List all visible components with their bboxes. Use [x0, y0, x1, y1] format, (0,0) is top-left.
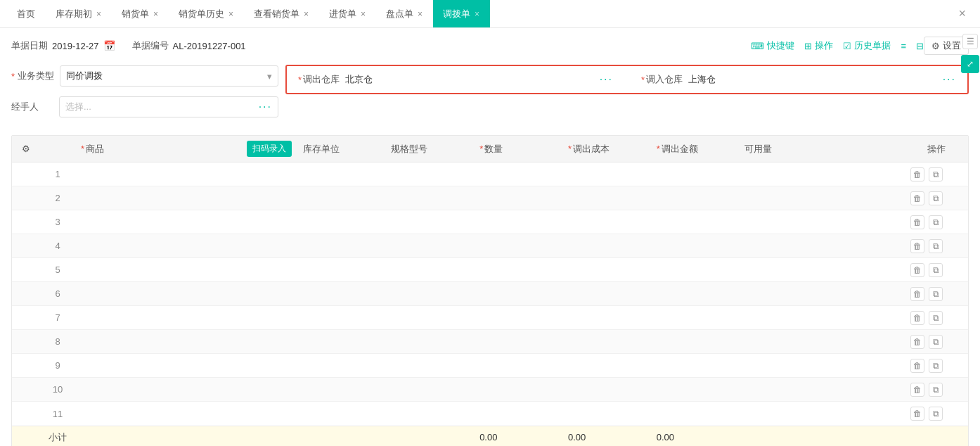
source-warehouse-field: * 调出仓库 北京仓 ···: [298, 73, 613, 86]
subtotal-amount: 0.00: [651, 432, 740, 442]
table-row: 3 🗑 ⧉: [12, 210, 968, 234]
scan-button[interactable]: 扫码录入: [247, 141, 292, 157]
history-button[interactable]: ☑ 历史单据: [843, 39, 891, 52]
history-icon: ☑: [843, 41, 851, 51]
target-warehouse-more-icon[interactable]: ···: [943, 73, 956, 86]
tab-sales-history[interactable]: 销货单历史 ×: [169, 0, 244, 27]
business-type-row: * 业务类型 同价调拨 ▾: [11, 65, 278, 87]
shortcut-button[interactable]: ⌨ 快捷键: [751, 39, 794, 52]
row-ops-4: 🗑 ⧉: [905, 239, 968, 253]
list-view-icon[interactable]: ≡: [901, 41, 906, 51]
tab-view-sales[interactable]: 查看销货单 ×: [244, 0, 319, 27]
delete-icon-row-3[interactable]: 🗑: [910, 215, 924, 229]
date-field: 单据日期 2019-12-27 📅: [11, 39, 115, 52]
handler-label: 经手人: [11, 101, 53, 113]
row-index-11: 11: [40, 409, 75, 419]
gear-col-header[interactable]: ⚙: [12, 144, 40, 154]
close-icon[interactable]: ×: [304, 9, 309, 19]
close-icon[interactable]: ×: [475, 9, 479, 19]
row-ops-2: 🗑 ⧉: [905, 191, 968, 205]
row-index-10: 10: [40, 384, 75, 395]
close-icon[interactable]: ×: [96, 9, 101, 19]
delete-icon-row-11[interactable]: 🗑: [910, 407, 924, 421]
dropdown-arrow-icon[interactable]: ▾: [267, 71, 272, 82]
target-warehouse-label: * 调入仓库: [641, 73, 683, 86]
spec-col-header: 规格型号: [385, 143, 474, 155]
form-left: * 业务类型 同价调拨 ▾ 经手人 选择... ···: [11, 65, 278, 127]
row-ops-11: 🗑 ⧉: [905, 407, 968, 421]
calendar-icon[interactable]: 📅: [103, 40, 115, 51]
operation-button[interactable]: ⊞ 操作: [804, 39, 833, 52]
tab-transfer[interactable]: 调拨单 ×: [433, 0, 490, 27]
qty-col-header: * 数量: [474, 143, 562, 155]
window-close-icon[interactable]: ×: [951, 6, 973, 21]
scan-col-header[interactable]: 扫码录入: [241, 141, 297, 157]
tab-bar: 首页 库存期初 × 销货单 × 销货单历史 × 查看销货单 × 进货单 × 盘点…: [0, 0, 980, 28]
handler-input[interactable]: 选择... ···: [59, 96, 278, 117]
table-row: 10 🗑 ⧉: [12, 378, 968, 402]
copy-icon-row-11[interactable]: ⧉: [929, 407, 943, 421]
copy-icon-row-8[interactable]: ⧉: [929, 335, 943, 349]
tab-home[interactable]: 首页: [7, 0, 46, 27]
right-sidebar: ☰ ⤢: [960, 28, 980, 79]
subtotal-label: 小计: [40, 431, 75, 444]
delete-icon-row-10[interactable]: 🗑: [910, 383, 924, 397]
table-header: ⚙ * 商品 扫码录入 库存单位 规格型号 * 数量 * 调出成本: [12, 136, 968, 163]
sidebar-list-icon[interactable]: ☰: [962, 34, 978, 49]
tab-purchase[interactable]: 进货单 ×: [319, 0, 376, 27]
table-row: 4 🗑 ⧉: [12, 234, 968, 258]
product-col-header: * 商品: [75, 143, 241, 155]
operation-icon: ⊞: [804, 41, 812, 51]
copy-icon-row-5[interactable]: ⧉: [929, 263, 943, 277]
close-icon[interactable]: ×: [361, 9, 366, 19]
header-toolbar: ⌨ 快捷键 ⊞ 操作 ☑ 历史单据 ≡ ⊟: [751, 39, 924, 52]
settings-icon[interactable]: ⚙: [22, 144, 30, 154]
delete-icon-row-1[interactable]: 🗑: [910, 167, 924, 181]
row-ops-10: 🗑 ⧉: [905, 383, 968, 397]
tab-sales-order[interactable]: 销货单 ×: [112, 0, 169, 27]
handler-row: 经手人 选择... ···: [11, 96, 278, 118]
table-body: 1 🗑 ⧉ 2: [12, 163, 968, 426]
table-row: 7 🗑 ⧉: [12, 306, 968, 330]
delete-icon-row-2[interactable]: 🗑: [910, 191, 924, 205]
delete-icon-row-9[interactable]: 🗑: [910, 359, 924, 373]
tab-inventory-init[interactable]: 库存期初 ×: [46, 0, 112, 27]
delete-icon-row-7[interactable]: 🗑: [910, 311, 924, 325]
target-warehouse-field: * 调入仓库 上海仓 ···: [641, 73, 956, 86]
copy-icon-row-1[interactable]: ⧉: [929, 167, 943, 181]
row-ops-9: 🗑 ⧉: [905, 359, 968, 373]
source-warehouse-label: * 调出仓库: [298, 73, 340, 86]
form-section: * 业务类型 同价调拨 ▾ 经手人 选择... ···: [11, 65, 969, 127]
row-ops-6: 🗑 ⧉: [905, 287, 968, 301]
business-type-input[interactable]: 同价调拨 ▾: [60, 65, 278, 87]
tab-inventory-check[interactable]: 盘点单 ×: [376, 0, 433, 27]
close-icon[interactable]: ×: [153, 9, 158, 19]
doc-number-field: 单据编号 AL-20191227-001: [132, 39, 246, 52]
close-icon[interactable]: ×: [418, 9, 423, 19]
copy-icon-row-2[interactable]: ⧉: [929, 191, 943, 205]
copy-icon-row-6[interactable]: ⧉: [929, 287, 943, 301]
table-row: 1 🗑 ⧉: [12, 163, 968, 186]
copy-icon-row-4[interactable]: ⧉: [929, 239, 943, 253]
row-ops-5: 🗑 ⧉: [905, 263, 968, 277]
header-row: 单据日期 2019-12-27 📅 单据编号 AL-20191227-001 ⌨…: [11, 37, 969, 55]
delete-icon-row-8[interactable]: 🗑: [910, 335, 924, 349]
delete-icon-row-6[interactable]: 🗑: [910, 287, 924, 301]
source-warehouse-more-icon[interactable]: ···: [600, 73, 613, 86]
sidebar-expand-icon[interactable]: ⤢: [961, 55, 979, 73]
row-ops-8: 🗑 ⧉: [905, 335, 968, 349]
gear-icon: ⚙: [931, 41, 940, 51]
handler-more-icon[interactable]: ···: [259, 101, 272, 113]
avail-col-header: 可用量: [739, 143, 905, 155]
copy-icon-row-9[interactable]: ⧉: [929, 359, 943, 373]
row-index-9: 9: [40, 360, 75, 371]
delete-icon-row-4[interactable]: 🗑: [910, 239, 924, 253]
delete-icon-row-5[interactable]: 🗑: [910, 263, 924, 277]
copy-icon-row-10[interactable]: ⧉: [929, 383, 943, 397]
subtotal-row: 小计 0.00 0.00 0.00: [12, 426, 968, 446]
close-icon[interactable]: ×: [228, 9, 233, 19]
unit-col-header: 库存单位: [297, 143, 386, 155]
copy-icon-row-7[interactable]: ⧉: [929, 311, 943, 325]
copy-icon-row-3[interactable]: ⧉: [929, 215, 943, 229]
grid-view-icon[interactable]: ⊟: [916, 41, 924, 51]
